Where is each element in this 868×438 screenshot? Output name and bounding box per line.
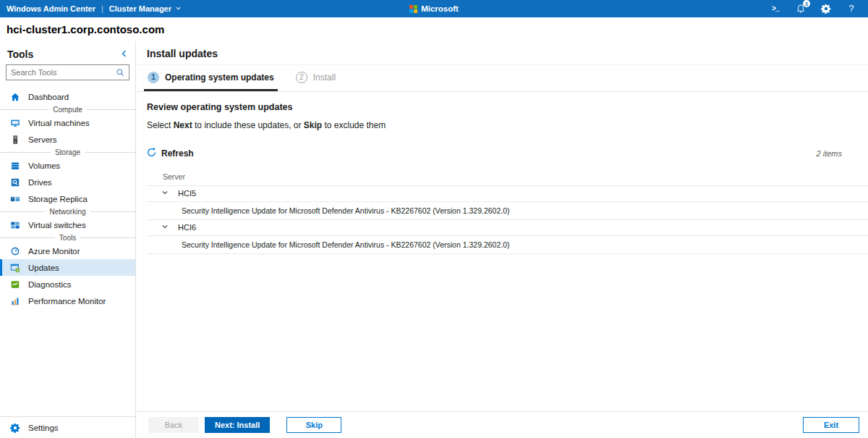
sidebar-item-dashboard[interactable]: Dashboard — [0, 88, 135, 105]
settings-gear-icon[interactable] — [820, 3, 832, 14]
updates-table: Server HCI5 Security Intelligence Update… — [147, 169, 868, 254]
server-name: HCI6 — [178, 223, 196, 232]
azure-monitor-icon — [9, 245, 21, 257]
search-input[interactable] — [7, 68, 116, 77]
settings-gear-icon — [9, 422, 21, 434]
search-icon[interactable] — [116, 68, 125, 77]
notification-badge: 3 — [803, 0, 810, 7]
sidebar-item-storage-replica[interactable]: Storage Replica — [0, 190, 135, 207]
section-title: Review operating system updates — [147, 102, 868, 112]
sidebar-item-label: Dashboard — [28, 93, 69, 101]
tools-sidebar: Tools Dashboard Compute Virtual machines… — [0, 41, 136, 438]
sidebar-item-label: Volumes — [28, 161, 60, 170]
update-item-row: Security Intelligence Update for Microso… — [147, 236, 868, 254]
wizard-steps: 1 Operating system updates 2 Install — [137, 65, 868, 92]
sidebar-item-label: Azure Monitor — [28, 247, 80, 256]
solution-switcher[interactable]: Cluster Manager — [109, 4, 182, 13]
microsoft-wordmark: Microsoft — [421, 4, 459, 13]
refresh-label: Refresh — [161, 148, 194, 159]
solution-name: Cluster Manager — [109, 4, 171, 13]
sidebar-item-virtual-machines[interactable]: Virtual machines — [0, 114, 135, 131]
top-app-bar: Windows Admin Center | Cluster Manager M… — [0, 0, 868, 17]
step-operating-system-updates[interactable]: 1 Operating system updates — [144, 65, 278, 91]
virtual-machine-icon — [9, 117, 21, 129]
section-divider-storage: Storage — [0, 148, 135, 157]
settings-label: Settings — [28, 424, 59, 432]
chevron-down-icon[interactable] — [161, 189, 169, 198]
items-count: 2 items — [817, 149, 842, 158]
title-separator: | — [101, 4, 103, 13]
refresh-icon — [147, 148, 156, 159]
cluster-name: hci-cluster1.corp.contoso.com — [7, 23, 164, 35]
sidebar-item-updates[interactable]: Updates — [0, 259, 135, 276]
sidebar-item-volumes[interactable]: Volumes — [0, 157, 135, 174]
server-name: HCI5 — [178, 189, 196, 198]
performance-monitor-icon — [9, 295, 21, 307]
sidebar-item-label: Virtual machines — [28, 119, 90, 127]
sidebar-item-servers[interactable]: Servers — [0, 131, 135, 148]
sidebar-title: Tools — [7, 49, 33, 60]
sidebar-item-label: Drives — [28, 178, 52, 187]
section-divider-compute: Compute — [0, 105, 135, 114]
next-install-button[interactable]: Next: Install — [205, 417, 270, 433]
chevron-down-icon — [175, 4, 182, 13]
storage-replica-icon — [9, 193, 21, 205]
sidebar-item-label: Storage Replica — [28, 195, 88, 203]
sidebar-item-virtual-switches[interactable]: Virtual switches — [0, 216, 135, 233]
server-icon — [9, 134, 21, 146]
microsoft-logo-icon — [409, 5, 417, 13]
server-group-row[interactable]: HCI5 — [147, 186, 868, 202]
volumes-icon — [9, 160, 21, 172]
update-item-row: Security Intelligence Update for Microso… — [147, 202, 868, 220]
help-icon[interactable]: ? — [846, 3, 857, 14]
sidebar-item-label: Servers — [28, 135, 57, 144]
home-icon — [9, 91, 21, 103]
step-install[interactable]: 2 Install — [292, 65, 339, 91]
back-button[interactable]: Back — [148, 417, 199, 433]
chevron-down-icon[interactable] — [161, 223, 169, 232]
section-divider-tools: Tools — [0, 233, 135, 243]
step-label: Install — [313, 72, 336, 83]
skip-button[interactable]: Skip — [286, 417, 341, 433]
collapse-sidebar-icon[interactable] — [120, 49, 128, 60]
sidebar-item-label: Diagnostics — [28, 280, 71, 289]
cluster-title-bar: hci-cluster1.corp.contoso.com — [0, 17, 868, 41]
diagnostics-icon — [9, 279, 21, 290]
update-title: Security Intelligence Update for Microso… — [182, 206, 510, 215]
column-header-server[interactable]: Server — [147, 169, 868, 186]
sidebar-item-performance-monitor[interactable]: Performance Monitor — [0, 292, 135, 309]
virtual-switches-icon — [9, 219, 21, 231]
sidebar-item-settings[interactable]: Settings — [0, 416, 135, 438]
instruction-text: Select Next to include these updates, or… — [147, 120, 868, 130]
tools-search — [6, 64, 129, 80]
sidebar-item-label: Updates — [28, 264, 59, 272]
step-number: 2 — [296, 72, 307, 83]
refresh-button[interactable]: Refresh — [147, 148, 194, 159]
main-panel: Install updates 1 Operating system updat… — [137, 41, 868, 438]
sidebar-item-label: Performance Monitor — [28, 297, 106, 306]
notifications-bell-icon[interactable]: 3 — [795, 3, 807, 14]
step-label: Operating system updates — [165, 72, 274, 83]
powershell-console-icon[interactable]: >_ — [770, 3, 781, 14]
sidebar-item-drives[interactable]: Drives — [0, 174, 135, 190]
wizard-footer: Back Next: Install Skip Exit — [137, 411, 868, 438]
drives-icon — [9, 177, 21, 188]
updates-icon — [9, 262, 21, 274]
sidebar-item-label: Virtual switches — [28, 221, 86, 229]
exit-button[interactable]: Exit — [803, 417, 859, 433]
sidebar-item-diagnostics[interactable]: Diagnostics — [0, 276, 135, 292]
app-title[interactable]: Windows Admin Center — [7, 4, 95, 13]
server-group-row[interactable]: HCI6 — [147, 220, 868, 236]
sidebar-item-azure-monitor[interactable]: Azure Monitor — [0, 243, 135, 259]
update-title: Security Intelligence Update for Microso… — [182, 240, 510, 249]
step-number: 1 — [148, 72, 159, 83]
page-title: Install updates — [137, 41, 868, 65]
section-divider-networking: Networking — [0, 207, 135, 216]
